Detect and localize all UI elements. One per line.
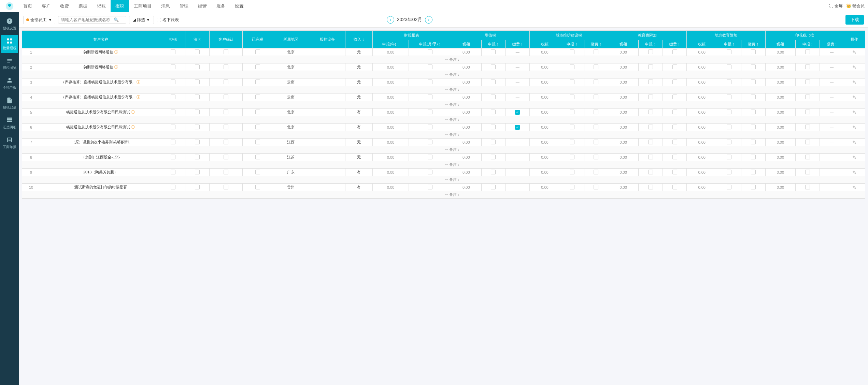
- qingka-checkbox[interactable]: [195, 185, 200, 189]
- edu-amount: 0.00: [608, 124, 639, 131]
- edit-icon[interactable]: ✎: [852, 140, 856, 145]
- confirm-checkbox[interactable]: [224, 49, 228, 54]
- yiwanshui-checkbox[interactable]: [255, 125, 260, 129]
- nav-industry[interactable]: 工商项目: [129, 0, 156, 12]
- qingka-checkbox[interactable]: [195, 125, 200, 129]
- employee-select[interactable]: 全部员工 ▼: [23, 16, 55, 24]
- qingka-checkbox[interactable]: [195, 110, 200, 114]
- nav-home[interactable]: 首页: [18, 0, 37, 12]
- svg-rect-2: [10, 39, 12, 41]
- sidebar-item-baoshuishezhi[interactable]: 报税设置: [1, 15, 18, 33]
- qingka-checkbox[interactable]: [195, 155, 200, 159]
- confirm-cell: [209, 139, 242, 146]
- member-btn[interactable]: 👑 畅会员: [846, 3, 865, 9]
- edit-icon[interactable]: ✎: [852, 65, 856, 70]
- confirm-checkbox[interactable]: [224, 185, 228, 189]
- chaoshui-checkbox[interactable]: [171, 110, 175, 114]
- chaoshui-checkbox[interactable]: [171, 80, 175, 84]
- yiwanshui-checkbox[interactable]: [255, 49, 260, 54]
- sidebar-item-huizongmingxi[interactable]: 汇总明细: [1, 114, 18, 132]
- action-cell: ✎: [844, 48, 865, 56]
- edit-icon[interactable]: ✎: [852, 110, 856, 115]
- yiwanshui-checkbox[interactable]: [255, 155, 260, 159]
- sidebar-item-baoshuijilu2[interactable]: 报税记录: [1, 94, 18, 113]
- nav-message[interactable]: 消息: [156, 0, 175, 12]
- yiwanshui-checkbox[interactable]: [255, 110, 260, 114]
- sidebar-item-geshuishenbao[interactable]: 个税申报: [1, 74, 18, 93]
- note-num: [22, 161, 40, 169]
- yiwanshui-checkbox[interactable]: [255, 185, 260, 189]
- chaoshui-cell: [161, 109, 185, 116]
- chaoshui-checkbox[interactable]: [171, 155, 175, 159]
- search-input[interactable]: [61, 17, 112, 22]
- chaoshui-checkbox[interactable]: [171, 65, 175, 69]
- qingka-checkbox[interactable]: [195, 65, 200, 69]
- yiwanshui-checkbox[interactable]: [255, 170, 260, 174]
- edit-icon[interactable]: ✎: [852, 170, 856, 175]
- confirm-checkbox[interactable]: [224, 80, 228, 84]
- yiwanshui-checkbox[interactable]: [255, 140, 260, 144]
- table-row: 6 畅捷通信息技术股份有限公司民珠测试 ⓘ 北京 有 0.00 0.00 ✓ 0…: [22, 124, 865, 131]
- pencil-icon: ✏: [445, 177, 448, 182]
- confirm-checkbox[interactable]: [224, 125, 228, 129]
- yiwanshui-checkbox[interactable]: [255, 80, 260, 84]
- qingka-checkbox[interactable]: [195, 80, 200, 84]
- edit-icon[interactable]: ✎: [852, 125, 856, 130]
- financial-value: 0.00: [372, 109, 409, 116]
- nav-service[interactable]: 服务: [212, 0, 230, 12]
- edit-icon[interactable]: ✎: [852, 155, 856, 160]
- nav-operation[interactable]: 经营: [193, 0, 212, 12]
- confirm-checkbox[interactable]: [224, 155, 228, 159]
- nav-settings[interactable]: 设置: [230, 0, 248, 12]
- city-amount: 0.00: [530, 154, 560, 161]
- nav-invoice[interactable]: 票据: [74, 0, 92, 12]
- chaoshui-checkbox[interactable]: [171, 125, 175, 129]
- row-num: 3: [22, 79, 40, 86]
- fullscreen-btn[interactable]: ⛶ 全屏: [829, 3, 842, 9]
- chaoshui-checkbox[interactable]: [171, 170, 175, 174]
- edit-icon[interactable]: ✎: [852, 95, 856, 100]
- city-amount: 0.00: [530, 139, 560, 146]
- th-vat: 增值税: [451, 31, 530, 40]
- edit-icon[interactable]: ✎: [852, 185, 856, 190]
- nav-customer[interactable]: 客户: [37, 0, 55, 12]
- checkbox-label[interactable]: 名下账表: [157, 17, 179, 23]
- location-cell: 北京: [273, 124, 309, 131]
- table-row: 1 勿删新锐网络通信 ⓘ 北京 元 0.00 0.00 — 0.00 0.00 …: [22, 48, 865, 56]
- row-num: 2: [22, 63, 40, 71]
- confirm-checkbox[interactable]: [224, 95, 228, 99]
- qingka-checkbox[interactable]: [195, 49, 200, 54]
- sidebar-item-gongshangnianba[interactable]: 工商年报: [1, 134, 18, 152]
- qingka-checkbox[interactable]: [195, 170, 200, 174]
- th-city-pay: 缴费 ↕: [584, 40, 608, 48]
- qingka-checkbox[interactable]: [195, 95, 200, 99]
- confirm-checkbox[interactable]: [224, 65, 228, 69]
- sidebar-item-baoshuijilu[interactable]: 报税浏览: [1, 55, 18, 73]
- chaoshui-checkbox[interactable]: [171, 185, 175, 189]
- confirm-checkbox[interactable]: [224, 110, 228, 114]
- vat-amount: 0.00: [451, 184, 482, 191]
- named-checkbox[interactable]: [157, 18, 161, 22]
- edit-icon[interactable]: ✎: [852, 49, 856, 55]
- nav-management[interactable]: 管理: [175, 0, 193, 12]
- stamp-declare: [796, 184, 820, 191]
- filter-button[interactable]: ◢ 筛选 ▼: [129, 16, 154, 24]
- confirm-checkbox[interactable]: [224, 140, 228, 144]
- nav-accounting[interactable]: 记账: [92, 0, 111, 12]
- chaoshui-checkbox[interactable]: [171, 95, 175, 99]
- download-button[interactable]: 下载: [845, 15, 864, 25]
- date-prev-button[interactable]: ‹: [387, 16, 394, 24]
- confirm-checkbox[interactable]: [224, 170, 228, 174]
- yiwanshui-checkbox[interactable]: [255, 65, 260, 69]
- date-next-button[interactable]: ›: [425, 16, 432, 24]
- chaoshui-checkbox[interactable]: [171, 140, 175, 144]
- edit-icon[interactable]: ✎: [852, 80, 856, 85]
- yiwanshui-checkbox[interactable]: [255, 95, 260, 99]
- note-cell: ✏备注：: [40, 161, 865, 169]
- nav-tax[interactable]: 报税: [111, 0, 129, 12]
- sidebar-item-pilianbaoshui[interactable]: 批量报税: [1, 35, 18, 53]
- chaoshui-checkbox[interactable]: [171, 49, 175, 54]
- qingka-checkbox[interactable]: [195, 140, 200, 144]
- note-num: [22, 131, 40, 139]
- nav-fee[interactable]: 收费: [55, 0, 74, 12]
